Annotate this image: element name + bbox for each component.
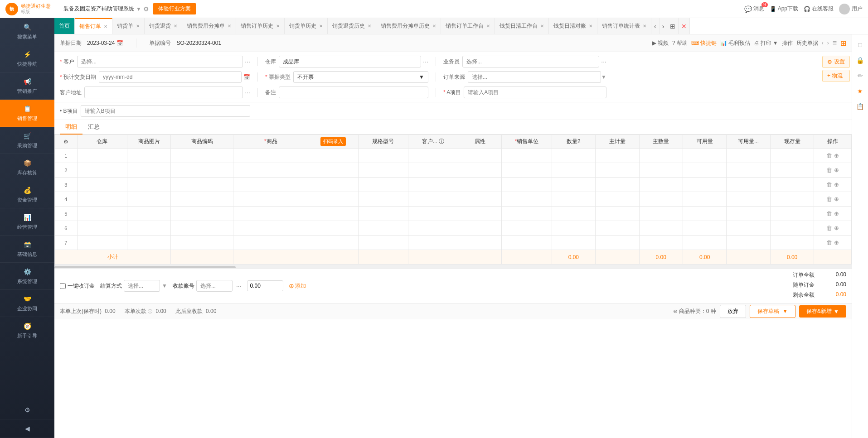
tab-close-refund-history[interactable]: ✕ bbox=[368, 24, 371, 29]
sidebar-item-purchase[interactable]: 🛒 采购管理 bbox=[0, 127, 54, 154]
row1-attr[interactable] bbox=[458, 149, 502, 163]
settlement-select[interactable] bbox=[124, 280, 160, 292]
scan-btn[interactable]: 扫码录入 bbox=[320, 137, 346, 146]
tab-close-order-summary[interactable]: ✕ bbox=[643, 24, 646, 29]
row2-copy-btn[interactable]: ⊕ bbox=[834, 167, 839, 173]
sidebar-item-search[interactable]: 🔍 搜索菜单 bbox=[0, 18, 54, 45]
app-download[interactable]: 📱App下载 bbox=[770, 5, 798, 13]
tab-close-expense-history[interactable]: ✕ bbox=[432, 24, 436, 29]
profit-btn[interactable]: 📊 毛利预估 bbox=[720, 39, 750, 47]
row1-stock[interactable] bbox=[770, 149, 814, 163]
view-video-btn[interactable]: ▶ 视频 bbox=[652, 39, 669, 47]
tab-close-order-workbench[interactable]: ✕ bbox=[486, 24, 490, 29]
sidebar-item-sales[interactable]: 📋 销售管理 bbox=[0, 100, 54, 127]
warehouse-select[interactable]: 成品库 bbox=[279, 56, 421, 67]
row2-img[interactable] bbox=[127, 163, 170, 178]
save-new-btn[interactable]: 保存&新增 ▼ bbox=[799, 305, 846, 318]
operation-btn[interactable]: 操作 bbox=[782, 39, 793, 47]
row3-warehouse[interactable] bbox=[77, 178, 127, 192]
tab-more-btn[interactable]: ⊞ bbox=[667, 18, 679, 34]
sidebar-item-config[interactable]: ⚙ bbox=[0, 401, 54, 419]
tab-sales-order[interactable]: 销售订单 ✕ bbox=[75, 18, 112, 34]
row2-code[interactable] bbox=[171, 163, 233, 178]
customer-input[interactable] bbox=[77, 56, 243, 67]
row2-delete-btn[interactable]: 🗑 bbox=[826, 167, 832, 173]
invoice-type-select[interactable]: 不开票 ▼ bbox=[293, 71, 428, 83]
row1-product[interactable] bbox=[233, 149, 308, 163]
right-panel-icon-2[interactable]: 🔒 bbox=[853, 53, 867, 67]
add-payment-btn[interactable]: ⊕ 添加 bbox=[289, 282, 306, 290]
industry-btn[interactable]: 体验行业方案 bbox=[153, 3, 196, 14]
row7-delete-btn[interactable]: 🗑 bbox=[826, 239, 832, 246]
settings-float-btn[interactable]: ⚙ 设置 bbox=[822, 56, 850, 68]
memo-input[interactable] bbox=[279, 87, 428, 98]
help-btn[interactable]: ? 帮助 bbox=[672, 39, 688, 47]
row1-unit[interactable] bbox=[502, 149, 552, 163]
sidebar-item-base[interactable]: 🗃️ 基础信息 bbox=[0, 236, 54, 263]
tab-close-cash-workbench[interactable]: ✕ bbox=[540, 24, 544, 29]
address-more-btn[interactable]: ··· bbox=[245, 89, 250, 96]
a-project-input[interactable] bbox=[464, 87, 606, 98]
customer-address-input[interactable] bbox=[84, 87, 243, 98]
sidebar-item-system[interactable]: ⚙️ 系统管理 bbox=[0, 263, 54, 290]
save-draft-dropdown-icon[interactable]: ▼ bbox=[782, 308, 788, 314]
sidebar-item-operation[interactable]: 📊 经营管理 bbox=[0, 208, 54, 236]
row3-delete-btn[interactable]: 🗑 bbox=[826, 181, 832, 188]
tab-sales-return[interactable]: 销货单 ✕ bbox=[112, 18, 145, 34]
tab-cash-account[interactable]: 钱货日清对账 ✕ bbox=[549, 18, 597, 34]
row2-unit[interactable] bbox=[502, 163, 552, 178]
row2-available[interactable] bbox=[683, 163, 726, 178]
row2-attr[interactable] bbox=[458, 163, 502, 178]
tab-order-summary[interactable]: 销售订单统计表 ✕ bbox=[597, 18, 651, 34]
row2-available2[interactable] bbox=[727, 163, 770, 178]
tab-close-all-btn[interactable]: ✕ bbox=[679, 18, 690, 34]
tab-expense-history[interactable]: 销售费用分摊单历史 ✕ bbox=[376, 18, 441, 34]
toolbar-nav-prev[interactable]: ‹ bbox=[822, 40, 824, 46]
toolbar-view-toggle[interactable]: ≡ bbox=[833, 39, 837, 47]
customer-more-btn[interactable]: ··· bbox=[245, 58, 250, 65]
sidebar-item-collapse[interactable]: ◀ bbox=[0, 419, 54, 438]
row1-warehouse[interactable] bbox=[77, 149, 127, 163]
one-click-checkbox[interactable]: 一键收订金 bbox=[60, 282, 95, 290]
payment-amount[interactable] bbox=[247, 280, 283, 291]
warehouse-more-btn[interactable]: ··· bbox=[423, 58, 428, 65]
row2-main-qty[interactable] bbox=[639, 163, 683, 178]
discard-btn[interactable]: 放弃 bbox=[720, 305, 746, 318]
tab-order-history[interactable]: 销售订单历史 ✕ bbox=[236, 18, 285, 34]
sidebar-item-guide[interactable]: 🧭 新手引导 bbox=[0, 317, 54, 344]
row1-qty2[interactable] bbox=[552, 149, 595, 163]
sidebar-item-marketing[interactable]: 📢 营销推广 bbox=[0, 72, 54, 100]
row2-product[interactable] bbox=[233, 163, 308, 178]
tab-close-sales-return[interactable]: ✕ bbox=[136, 24, 140, 29]
row2-scan[interactable] bbox=[308, 163, 358, 178]
row5-copy-btn[interactable]: ⊕ bbox=[834, 210, 839, 217]
tab-close-expense-split[interactable]: ✕ bbox=[228, 24, 231, 29]
tab-close-cash-account[interactable]: ✕ bbox=[589, 24, 592, 29]
tab-refund-history[interactable]: 销货退货历史 ✕ bbox=[328, 18, 376, 34]
user-area[interactable]: 用户 bbox=[839, 4, 863, 14]
tab-order-workbench[interactable]: 销售订单工作台 ✕ bbox=[441, 18, 495, 34]
sidebar-item-inventory[interactable]: 📦 库存核算 bbox=[0, 154, 54, 181]
row1-img[interactable] bbox=[127, 149, 170, 163]
right-panel-icon-1[interactable]: □ bbox=[853, 38, 867, 52]
order-source-input[interactable] bbox=[468, 71, 601, 83]
save-new-dropdown-icon[interactable]: ▼ bbox=[834, 308, 839, 315]
row6-delete-btn[interactable]: 🗑 bbox=[826, 225, 832, 231]
sidebar-item-quick-nav[interactable]: ⚡ 快捷导航 bbox=[0, 45, 54, 72]
right-panel-icon-3[interactable]: ✏ bbox=[853, 69, 867, 82]
sidebar-item-finance[interactable]: 💰 资金管理 bbox=[0, 181, 54, 208]
row1-spec[interactable] bbox=[358, 149, 408, 163]
save-draft-btn[interactable]: 保存草稿 ▼ bbox=[750, 305, 795, 318]
row1-main-unit[interactable] bbox=[596, 149, 639, 163]
row2-spec[interactable] bbox=[358, 163, 408, 178]
row4-copy-btn[interactable]: ⊕ bbox=[834, 196, 839, 202]
toolbar-nav-next[interactable]: › bbox=[827, 40, 829, 46]
row5-delete-btn[interactable]: 🗑 bbox=[826, 210, 832, 217]
row2-warehouse[interactable] bbox=[77, 163, 127, 178]
system-settings-icon[interactable]: ⚙ bbox=[143, 5, 149, 13]
tab-home[interactable]: 首页 bbox=[54, 18, 75, 34]
sidebar-item-enterprise[interactable]: 🤝 企业协同 bbox=[0, 290, 54, 317]
row1-scan[interactable] bbox=[308, 149, 358, 163]
shortcut-btn[interactable]: ⌨ 快捷键 bbox=[691, 39, 717, 47]
tab-return-history[interactable]: 销货单历史 ✕ bbox=[285, 18, 328, 34]
